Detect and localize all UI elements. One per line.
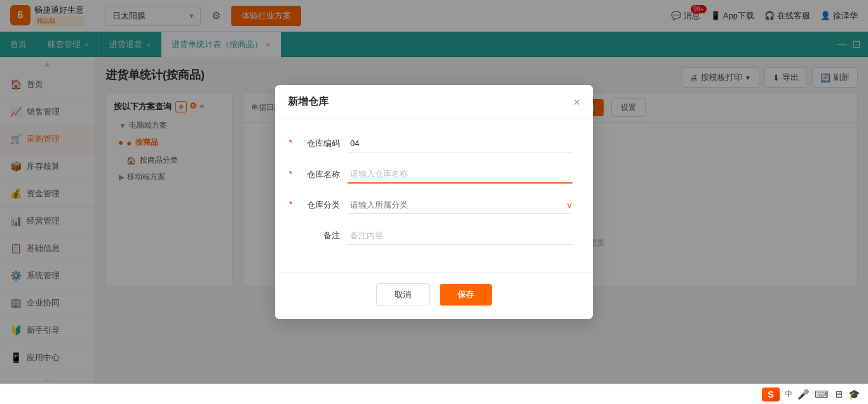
modal-overlay[interactable]: 新增仓库 × 仓库编码 仓库名称 仓库分类 ∨ [0,0,868,404]
status-bar: S 中 🎤 ⌨ 🖥 🎓 [0,384,868,404]
category-input[interactable] [348,196,566,213]
add-warehouse-modal: 新增仓库 × 仓库编码 仓库名称 仓库分类 ∨ [275,85,593,319]
form-row-code: 仓库编码 [295,135,573,152]
form-row-category: 仓库分类 ∨ [295,196,573,214]
monitor-button[interactable]: 🖥 [834,389,843,400]
mic-button[interactable]: 🎤 [797,389,810,400]
form-row-note: 备注 [295,227,573,245]
cancel-button[interactable]: 取消 [376,283,430,306]
hat-button[interactable]: 🎓 [848,389,860,400]
name-input[interactable] [348,165,573,184]
note-label: 备注 [295,230,340,241]
category-dropdown-icon[interactable]: ∨ [566,200,573,210]
form-row-name: 仓库名称 [295,165,573,184]
s-brand-logo: S [762,387,780,401]
modal-header: 新增仓库 × [275,85,593,119]
category-label: 仓库分类 [295,199,340,211]
keyboard-button[interactable]: ⌨ [815,389,829,400]
chinese-input-icon[interactable]: 中 [785,389,792,400]
modal-footer: 取消 保存 [275,273,593,319]
modal-title: 新增仓库 [288,95,329,109]
code-input[interactable] [348,135,573,152]
save-button[interactable]: 保存 [440,284,492,306]
modal-close-button[interactable]: × [573,97,580,108]
modal-body: 仓库编码 仓库名称 仓库分类 ∨ 备注 [275,119,593,273]
name-label: 仓库名称 [295,169,340,180]
code-label: 仓库编码 [295,138,340,149]
note-input[interactable] [348,227,573,245]
category-select-wrapper: ∨ [348,196,573,214]
